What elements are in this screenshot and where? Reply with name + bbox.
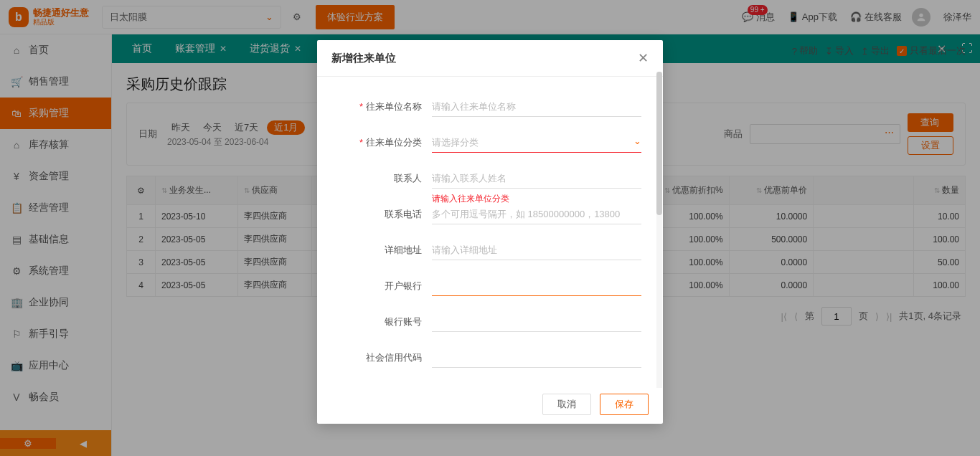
field-label-account: 银行账号 bbox=[385, 316, 422, 327]
name-input[interactable] bbox=[432, 97, 641, 117]
category-select[interactable] bbox=[432, 133, 641, 153]
field-label-contact: 联系人 bbox=[394, 173, 422, 184]
save-button[interactable]: 保存 bbox=[600, 394, 649, 415]
credit-input[interactable] bbox=[432, 348, 641, 368]
bank-input[interactable] bbox=[432, 276, 641, 296]
field-label-bank: 开户银行 bbox=[385, 280, 422, 291]
field-label-address: 详细地址 bbox=[385, 244, 422, 255]
field-label-phone: 联系电话 bbox=[385, 209, 422, 219]
chevron-down-icon[interactable]: ⌄ bbox=[633, 136, 641, 146]
error-message: 请输入往来单位分类 bbox=[432, 193, 509, 205]
modal-title: 新增往来单位 bbox=[331, 52, 396, 65]
account-input[interactable] bbox=[432, 312, 641, 332]
cancel-button[interactable]: 取消 bbox=[542, 394, 591, 415]
modal-add-contact: 新增往来单位 ✕ *往来单位名称 *往来单位分类 ⌄ 联系人 请输入往来单位分类… bbox=[317, 40, 663, 424]
more-info-label: 录入更多信息 bbox=[432, 384, 488, 385]
field-label-name: 往来单位名称 bbox=[366, 101, 422, 112]
scrollbar-thumb[interactable] bbox=[656, 72, 662, 215]
scrollbar[interactable] bbox=[656, 72, 662, 388]
phone-input[interactable] bbox=[432, 204, 641, 224]
contact-input[interactable] bbox=[432, 168, 641, 189]
field-label-category: 往来单位分类 bbox=[366, 137, 422, 148]
field-label-credit: 社会信用代码 bbox=[366, 352, 422, 363]
address-input[interactable] bbox=[432, 240, 641, 260]
close-icon[interactable]: ✕ bbox=[638, 50, 649, 66]
